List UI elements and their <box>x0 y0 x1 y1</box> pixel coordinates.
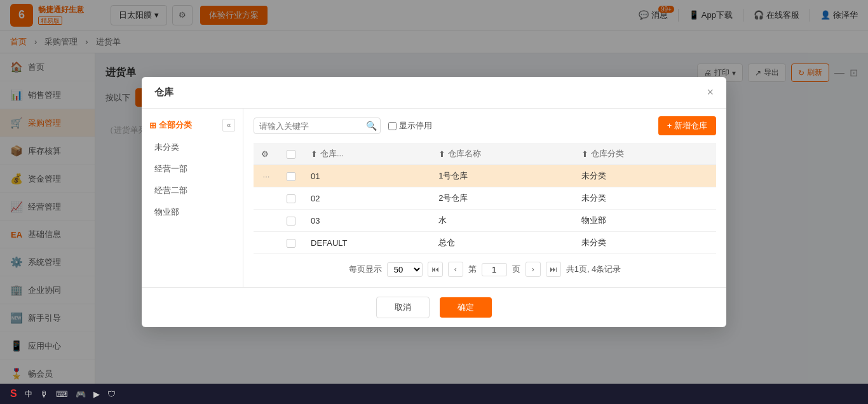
next-page-button[interactable]: › <box>526 262 541 277</box>
row-category: 物业部 <box>574 210 716 232</box>
statusbar-keyboard[interactable]: ⌨ <box>56 389 68 399</box>
statusbar-game[interactable]: 🎮 <box>76 389 86 399</box>
sort-icon3: ⬆ <box>581 149 588 159</box>
cancel-button[interactable]: 取消 <box>376 297 430 318</box>
row-code: 03 <box>303 210 431 232</box>
table-row[interactable]: ··· 01 1号仓库 未分类 <box>254 165 716 187</box>
modal-footer: 取消 确定 <box>142 287 726 327</box>
sort-icon: ⬆ <box>311 149 318 159</box>
row-settings[interactable] <box>254 187 279 210</box>
category-item-2[interactable]: 经营二部 <box>142 180 243 201</box>
row-settings[interactable] <box>254 232 279 254</box>
last-page-button[interactable]: ⏭ <box>546 262 561 277</box>
table-row[interactable]: 03 水 物业部 <box>254 210 716 232</box>
show-disabled-label[interactable]: 显示停用 <box>388 120 432 131</box>
row-name: 总仓 <box>431 232 573 254</box>
grid-icon: ⊞ <box>149 121 156 130</box>
row-category: 未分类 <box>574 187 716 210</box>
sort-icon2: ⬆ <box>438 149 445 159</box>
row-settings[interactable] <box>254 210 279 232</box>
page-number-input[interactable] <box>482 263 507 276</box>
row-checkbox-input[interactable] <box>287 172 295 181</box>
modal-body: ⊞ 全部分类 « 未分类 经营一部 经营二部 物业部 🔍 <box>142 109 726 287</box>
show-disabled-text: 显示停用 <box>399 120 432 131</box>
modal-header: 仓库 × <box>142 77 726 109</box>
row-checkbox[interactable] <box>279 210 303 232</box>
modal-overlay: 仓库 × ⊞ 全部分类 « 未分类 经营一部 经营二部 物业部 <box>0 0 868 404</box>
row-name: 水 <box>431 210 573 232</box>
pagination: 每页显示 50 100 200 ⏮ ‹ 第 页 › ⏭ 共1页, 4条记录 <box>254 254 716 279</box>
prev-page-button[interactable]: ‹ <box>448 262 463 277</box>
row-checkbox[interactable] <box>279 187 303 210</box>
table-body: ··· 01 1号仓库 未分类 02 2号仓库 未分类 <box>254 165 716 254</box>
per-page-label: 每页显示 <box>349 264 382 275</box>
category-item-1[interactable]: 经营一部 <box>142 158 243 180</box>
page-label: 第 <box>468 264 477 275</box>
row-name: 1号仓库 <box>431 165 573 187</box>
search-input-wrap: 🔍 <box>254 118 381 134</box>
warehouse-modal: 仓库 × ⊞ 全部分类 « 未分类 经营一部 经营二部 物业部 <box>142 77 726 327</box>
statusbar-play[interactable]: ▶ <box>93 389 100 399</box>
first-page-button[interactable]: ⏮ <box>428 262 443 277</box>
page-size-select[interactable]: 50 100 200 <box>387 262 423 277</box>
row-code: DEFAULT <box>303 232 431 254</box>
modal-close-button[interactable]: × <box>707 86 714 99</box>
category-item-3[interactable]: 物业部 <box>142 201 243 223</box>
table-row[interactable]: 02 2号仓库 未分类 <box>254 187 716 210</box>
collapse-button[interactable]: « <box>222 119 235 131</box>
row-category: 未分类 <box>574 165 716 187</box>
row-name: 2号仓库 <box>431 187 573 210</box>
category-header: ⊞ 全部分类 « <box>142 114 243 137</box>
statusbar-zh[interactable]: 中 <box>25 389 32 400</box>
table-row[interactable]: DEFAULT 总仓 未分类 <box>254 232 716 254</box>
modal-title: 仓库 <box>154 86 173 98</box>
show-disabled-checkbox[interactable] <box>388 122 397 130</box>
header-checkbox[interactable] <box>287 150 295 159</box>
category-sidebar: ⊞ 全部分类 « 未分类 经营一部 经营二部 物业部 <box>142 109 243 287</box>
table-area: 🔍 显示停用 + 新增仓库 ⚙ <box>243 109 726 287</box>
category-item-0[interactable]: 未分类 <box>142 137 243 158</box>
confirm-button[interactable]: 确定 <box>440 297 492 318</box>
add-warehouse-button[interactable]: + 新增仓库 <box>658 116 716 135</box>
th-category[interactable]: ⬆ 仓库分类 <box>574 143 716 165</box>
row-checkbox-input[interactable] <box>287 194 295 203</box>
search-input[interactable] <box>259 121 366 131</box>
table-toolbar: 🔍 显示停用 + 新增仓库 <box>254 116 716 135</box>
row-checkbox[interactable] <box>279 232 303 254</box>
category-header-label[interactable]: 全部分类 <box>159 119 192 131</box>
th-settings[interactable]: ⚙ <box>254 143 279 165</box>
statusbar-logo: S <box>10 388 17 400</box>
row-category: 未分类 <box>574 232 716 254</box>
row-code: 01 <box>303 165 431 187</box>
more-icon[interactable]: ··· <box>263 172 270 181</box>
statusbar-shield[interactable]: 🛡 <box>107 389 116 399</box>
warehouse-table: ⚙ ⬆ 仓库... <box>254 143 716 254</box>
page-suffix: 页 <box>512 264 520 275</box>
statusbar: S 中 🎙 ⌨ 🎮 ▶ 🛡 <box>0 384 868 404</box>
search-icon: 🔍 <box>366 121 377 131</box>
th-checkbox <box>279 143 303 165</box>
row-checkbox-input[interactable] <box>287 217 295 226</box>
statusbar-mic[interactable]: 🎙 <box>40 389 48 399</box>
th-name[interactable]: ⬆ 仓库名称 <box>431 143 573 165</box>
total-info: 共1页, 4条记录 <box>566 264 621 275</box>
table-header-row: ⚙ ⬆ 仓库... <box>254 143 716 165</box>
th-code[interactable]: ⬆ 仓库... <box>303 143 431 165</box>
row-checkbox-input[interactable] <box>287 239 295 248</box>
row-checkbox[interactable] <box>279 165 303 187</box>
row-code: 02 <box>303 187 431 210</box>
row-settings[interactable]: ··· <box>254 165 279 187</box>
